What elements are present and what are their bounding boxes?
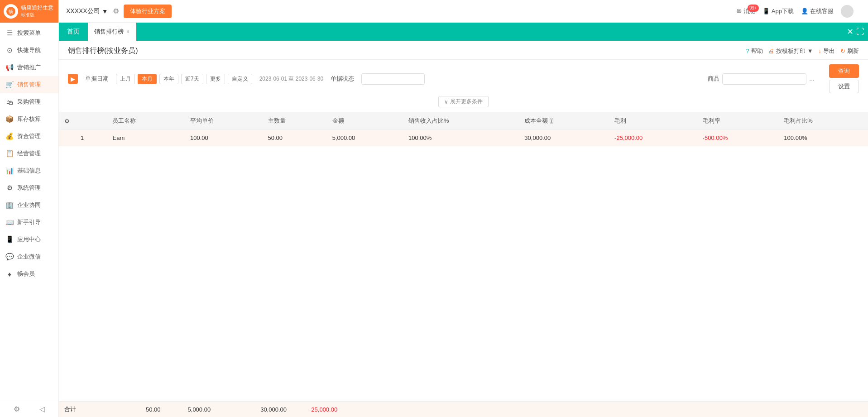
col-gross-pct: 毛利占比% — [778, 112, 868, 130]
cell-gross-0: -25,000.00 — [609, 130, 697, 146]
sidebar-item-inventory[interactable]: 📦库存核算 — [0, 110, 58, 128]
refresh-btn[interactable]: ↻ 刷新 — [840, 47, 859, 55]
sidebar-label-basic: 基础信息 — [17, 167, 41, 175]
inventory-icon: 📦 — [5, 115, 14, 123]
custom-date-btn[interactable]: 自定义 — [228, 74, 252, 84]
message-badge: 99+ — [748, 5, 759, 12]
query-btn[interactable]: 查询 — [829, 64, 859, 78]
prev-month-btn[interactable]: 上月 — [116, 74, 135, 84]
cell-gross-pct-0: 100.00% — [778, 130, 868, 146]
footer-gross: -25,000.00 — [309, 406, 337, 413]
sidebar-label-apps: 应用中心 — [17, 235, 41, 244]
sidebar-item-operations[interactable]: 📋经营管理 — [0, 145, 58, 162]
sidebar-item-apps[interactable]: 📱应用中心 — [0, 231, 58, 248]
page-header: 销售排行榜(按业务员) ? 帮助 🖨 按模板打印 ▼ ↓ 导出 ↻ 刷新 — [59, 41, 868, 60]
table-body: 1 Eam 100.00 50.00 5,000.00 100.00% 30,0… — [59, 130, 868, 146]
service-icon: 👤 — [801, 8, 808, 14]
help-icon: ? — [746, 48, 749, 54]
expand-conditions-btn[interactable]: ∨ 展开更多条件 — [438, 96, 489, 107]
company-selector[interactable]: XXXXX公司 ▼ — [66, 7, 108, 15]
shortcut-icon: ⊙ — [5, 46, 14, 54]
goods-input[interactable] — [722, 73, 806, 85]
sidebar-item-enterprise[interactable]: 🏢企业协同 — [0, 197, 58, 214]
online-service-btn[interactable]: 👤 在线客服 — [801, 7, 834, 15]
sidebar-header: 畅 畅康通好生意 标准版 — [0, 0, 58, 23]
sidebar-label-search: 搜索菜单 — [17, 29, 41, 37]
col-gross-rate: 毛利率 — [697, 112, 779, 130]
col-settings[interactable]: ⚙ — [59, 112, 75, 130]
wechat-icon: 💬 — [5, 253, 14, 261]
help-btn[interactable]: ? 帮助 — [746, 47, 762, 55]
last7-btn[interactable]: 近7天 — [181, 74, 203, 84]
sidebar-settings-btn[interactable]: ⚙ — [14, 405, 20, 413]
goods-label: 商品 — [708, 75, 719, 83]
sidebar-label-guide: 新手引导 — [17, 218, 41, 226]
topbar-right: ✉ 消息 99+ 📱 App下载 👤 在线客服 — [737, 5, 861, 18]
col-amount: 金额 — [327, 112, 403, 130]
filter-actions: 查询 设置 — [829, 64, 859, 93]
col-rank — [75, 112, 107, 130]
status-select-wrap — [361, 73, 425, 85]
sidebar-footer: ⚙ ◁ — [0, 401, 58, 417]
status-select[interactable] — [361, 73, 425, 85]
settings-btn[interactable]: 设置 — [829, 80, 859, 93]
tab-label: 销售排行榜 — [94, 28, 124, 36]
print-btn[interactable]: 🖨 按模板打印 ▼ — [768, 47, 813, 55]
app-icon: 📱 — [762, 8, 770, 14]
cell-gross-rate-0: -500.00% — [697, 130, 779, 146]
table-row: 1 Eam 100.00 50.00 5,000.00 100.00% 30,0… — [59, 130, 868, 146]
filter-row-1: ▶ 单据日期 上月 本月 本年 近7天 更多 自定义 2023-06-01 至 … — [68, 64, 859, 93]
sidebar-item-guide[interactable]: 📖新手引导 — [0, 214, 58, 231]
more-date-btn[interactable]: 更多 — [206, 74, 225, 84]
tab-home[interactable]: 首页 — [59, 23, 88, 41]
message-btn[interactable]: ✉ 消息 99+ — [737, 7, 755, 15]
sidebar-label-system: 系统管理 — [17, 184, 41, 192]
refresh-label: 刷新 — [847, 47, 859, 55]
sidebar-item-sales[interactable]: 🛒销售管理 — [0, 76, 58, 93]
sales-icon: 🛒 — [5, 81, 14, 89]
tab-sales-ranking[interactable]: 销售排行榜 × — [88, 23, 136, 41]
print-label: 按模板打印 — [776, 47, 806, 55]
current-month-btn[interactable]: 本月 — [138, 74, 157, 84]
topbar-gear-icon[interactable]: ⚙ — [113, 7, 119, 15]
date-filter-group: 上月 本月 本年 近7天 更多 自定义 — [116, 74, 252, 84]
sidebar-item-wechat[interactable]: 💬企业微信 — [0, 248, 58, 265]
sidebar-label-inventory: 库存核算 — [17, 115, 41, 123]
sidebar-item-basic[interactable]: 📊基础信息 — [0, 162, 58, 179]
sidebar-label-operations: 经营管理 — [17, 149, 41, 158]
svg-text:畅: 畅 — [9, 9, 13, 14]
app-download-btn[interactable]: 📱 App下载 — [762, 7, 794, 15]
filter-bar: ▶ 单据日期 上月 本月 本年 近7天 更多 自定义 2023-06-01 至 … — [59, 60, 868, 112]
trial-btn[interactable]: 体验行业方案 — [124, 5, 172, 18]
current-year-btn[interactable]: 本年 — [159, 74, 178, 84]
sidebar-nav: ☰搜索菜单⊙快捷导航📢营销推广🛒销售管理🛍采购管理📦库存核算💰资金管理📋经营管理… — [0, 23, 58, 401]
sidebar-collapse-btn[interactable]: ◁ — [39, 405, 45, 413]
footer-qty: 50.00 — [146, 406, 161, 413]
filter-expand-toggle[interactable]: ▶ — [68, 74, 78, 84]
member-icon: ♦ — [5, 270, 14, 278]
sidebar-item-shortcut[interactable]: ⊙快捷导航 — [0, 42, 58, 59]
sidebar-item-marketing[interactable]: 📢营销推广 — [0, 59, 58, 76]
tab-close-all-btn[interactable]: ✕ — [847, 27, 854, 37]
avatar[interactable] — [841, 5, 854, 18]
sidebar-item-search[interactable]: ☰搜索菜单 — [0, 24, 58, 42]
cost-info-icon[interactable]: i — [550, 118, 553, 124]
sidebar-item-finance[interactable]: 💰资金管理 — [0, 128, 58, 145]
apps-icon: 📱 — [5, 235, 14, 244]
date-filter-label: 单据日期 — [85, 75, 109, 83]
sidebar-item-system[interactable]: ⚙系统管理 — [0, 179, 58, 197]
sidebar-label-marketing: 营销推广 — [17, 63, 41, 72]
goods-filter-wrap: 商品 … — [708, 73, 815, 85]
tab-fullscreen-btn[interactable]: ⛶ — [856, 27, 864, 37]
page-content: 销售排行榜(按业务员) ? 帮助 🖨 按模板打印 ▼ ↓ 导出 ↻ 刷新 — [59, 41, 868, 417]
col-name: 员工名称 — [107, 112, 185, 130]
sidebar-item-purchase[interactable]: 🛍采购管理 — [0, 93, 58, 110]
tab-close-icon[interactable]: × — [126, 29, 129, 35]
goods-more-icon[interactable]: … — [809, 76, 815, 82]
status-filter-label: 单据状态 — [331, 75, 354, 83]
app-title-wrap: 畅康通好生意 标准版 — [21, 5, 53, 18]
search-icon: ☰ — [5, 29, 14, 37]
sidebar-item-member[interactable]: ♦畅会员 — [0, 265, 58, 283]
basic-icon: 📊 — [5, 167, 14, 175]
export-btn[interactable]: ↓ 导出 — [819, 47, 835, 55]
